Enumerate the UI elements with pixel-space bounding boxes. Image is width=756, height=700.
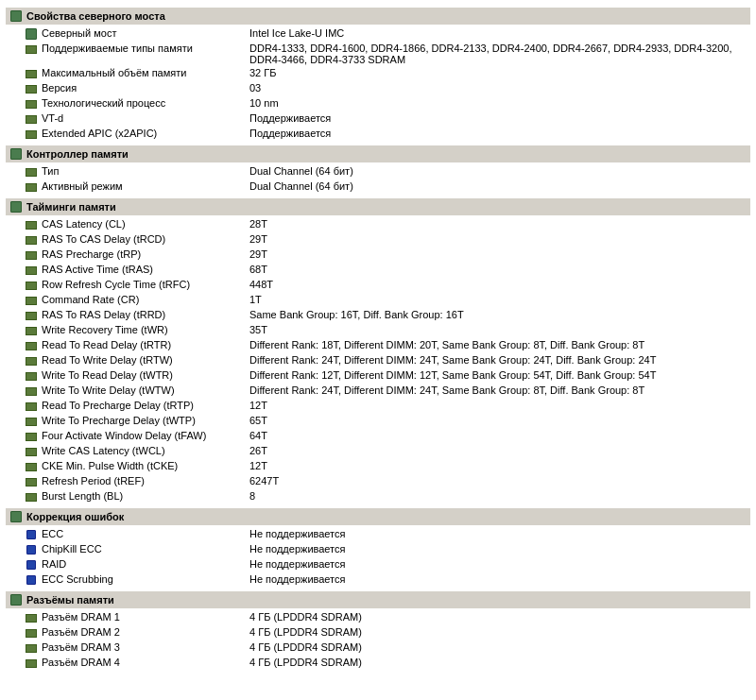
table-row: Write To Read Delay (tWTR) Different Ran… [6,368,750,384]
mem-icon [26,183,37,192]
table-row: Технологический процесс 10 nm [6,96,750,111]
row-value: 4 ГБ (LPDDR4 SDRAM) [249,657,748,668]
row-value: 12T [249,460,748,471]
table-row: CKE Min. Pulse Width (tCKE) 12T [6,459,750,474]
section-title: Свойства северного моста [26,10,165,22]
row-value: Different Rank: 24T, Different DIMM: 24T… [249,384,748,396]
row-icon [25,233,38,247]
row-value: 4 ГБ (LPDDR4 SDRAM) [249,626,748,638]
table-row: Read To Read Delay (tRTR) Different Rank… [6,338,750,353]
row-icon [25,264,38,277]
row-value: Не поддерживается [249,573,748,585]
table-row: Разъём DRAM 3 4 ГБ (LPDDR4 SDRAM) [6,640,750,656]
mem-icon [26,327,37,335]
row-label: RAS To RAS Delay (tRRD) [42,309,249,320]
row-label: Write Recovery Time (tWR) [42,324,249,335]
row-icon [25,27,38,41]
section-header-ecc: Коррекция ошибок [6,508,750,525]
table-row: Command Rate (CR) 1T [6,293,750,308]
mem-icon [26,85,37,94]
row-icon [25,384,38,398]
ecc-icon [26,530,36,539]
table-row: Write To Write Delay (tWTW) Different Ra… [6,384,750,399]
mem-icon [26,45,37,54]
row-value: 65T [249,415,748,426]
row-icon [25,339,38,352]
row-value: 03 [249,82,748,94]
row-value: Не поддерживается [249,558,748,570]
mem-icon [26,282,37,290]
row-label: Северный мост [42,27,249,39]
mem-icon [26,236,37,245]
row-icon [25,180,38,194]
mem-icon [26,418,37,426]
table-row: RAID Не поддерживается [6,557,750,572]
row-label: Extended APIC (x2APIC) [42,128,249,139]
chip-icon [10,10,22,22]
section-header-memcontroller: Контроллер памяти [6,145,750,162]
row-icon [25,573,38,587]
row-icon [25,475,38,488]
row-label: CAS Latency (CL) [42,218,249,230]
mem-icon [26,659,37,668]
table-row: Extended APIC (x2APIC) Поддерживается [6,127,750,142]
section-header-slots: Разъёмы памяти [6,591,750,608]
row-value: DDR4-1333, DDR4-1600, DDR4-1866, DDR4-21… [249,43,748,65]
row-value: 29T [249,233,748,245]
row-label: Write To Read Delay (tWTR) [42,369,249,381]
table-row: CAS Latency (CL) 28T [6,217,750,232]
row-value: Different Rank: 18T, Different DIMM: 20T… [249,339,748,350]
section-icon [9,510,23,523]
row-value: 32 ГБ [249,67,748,78]
row-icon [25,528,38,541]
chip-icon [10,201,22,213]
row-label: ChipKill ECC [42,543,249,555]
row-label: ECC [42,528,249,539]
table-row: Row Refresh Cycle Time (tRFC) 448T [6,278,750,293]
mem-icon [26,100,37,109]
row-label: RAS To CAS Delay (tRCD) [42,233,249,245]
row-icon [25,309,38,322]
table-row: Разъём DRAM 2 4 ГБ (LPDDR4 SDRAM) [6,625,750,640]
row-label: Command Rate (CR) [42,294,249,305]
row-icon [25,558,38,572]
row-icon [25,430,38,443]
row-label: Row Refresh Cycle Time (tRFC) [42,279,249,290]
table-row: Максимальный объём памяти 32 ГБ [6,66,750,81]
table-row: Write To Precharge Delay (tWTP) 65T [6,414,750,429]
row-label: Refresh Period (tREF) [42,475,249,487]
row-icon [25,460,38,473]
table-row: Refresh Period (tREF) 6247T [6,474,750,489]
row-value: 10 nm [249,97,748,109]
mem-icon [26,312,37,320]
mem-icon [26,70,37,78]
row-icon [25,369,38,383]
mem-icon [26,493,37,502]
table-row: ECC Не поддерживается [6,527,750,542]
row-icon [25,641,38,655]
row-value: 4 ГБ (LPDDR4 SDRAM) [249,611,748,623]
row-label: Технологический процесс [42,97,249,109]
row-icon [25,82,38,95]
table-row: Write Recovery Time (tWR) 35T [6,323,750,338]
row-label: Максимальный объём памяти [42,67,249,78]
section-header-northbridge: Свойства северного моста [6,8,750,25]
row-value: 29T [249,248,748,260]
row-label: Write CAS Latency (tWCL) [42,445,249,456]
row-label: Разъём DRAM 1 [42,611,249,623]
row-label: Read To Read Delay (tRTR) [42,339,249,350]
row-icon [25,165,38,179]
table-row: VT-d Поддерживается [6,111,750,127]
row-label: RAID [42,558,249,570]
row-label: Активный режим [42,180,249,192]
row-label: Four Activate Window Delay (tFAW) [42,430,249,441]
row-label: Тип [42,165,249,177]
row-icon [25,543,38,556]
table-row: Разъём DRAM 1 4 ГБ (LPDDR4 SDRAM) [6,610,750,625]
table-row: Версия 03 [6,81,750,96]
row-icon [25,218,38,231]
row-value: 64T [249,430,748,441]
mem-icon [26,629,37,638]
row-label: Read To Write Delay (tRTW) [42,354,249,366]
chip-icon [10,148,22,160]
